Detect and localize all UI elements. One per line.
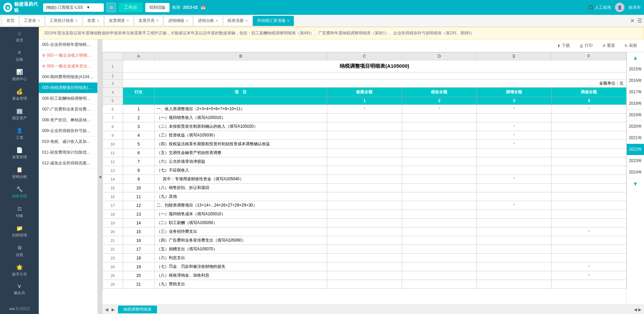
header-seq: 行次 xyxy=(123,88,154,97)
sub-header-2: 2 xyxy=(402,97,477,105)
header-c1: 账载全额 xyxy=(327,88,402,97)
sidebar-item-assets[interactable]: 🏢 固定资产 xyxy=(0,104,39,124)
year-scroll-up[interactable]: ▲ xyxy=(627,52,644,64)
tab-check[interactable]: 进销稽核 ✕ xyxy=(164,16,193,26)
finance-icon: 💰 xyxy=(16,88,23,95)
tab-invoice-open[interactable]: 发票开具 ✕ xyxy=(134,16,163,26)
scroll-right-icon[interactable]: ▶ xyxy=(638,307,641,312)
refresh-button[interactable]: ↻ 刷新 xyxy=(622,41,640,50)
tab-payroll[interactable]: 工资表 ✕ xyxy=(20,16,44,26)
year-2017[interactable]: 2017年 xyxy=(627,87,644,98)
error-icon-002: ⊘ xyxy=(42,53,45,58)
tab-invoice-close[interactable]: ✕ xyxy=(97,19,99,23)
tab-invoice-calc[interactable]: 发票测算 ✕ xyxy=(104,16,133,26)
tab-invoice[interactable]: 发票 ✕ xyxy=(83,16,104,26)
sidebar-item-report[interactable]: 📊 报表中心 xyxy=(0,65,39,85)
tab-tax-annual-close[interactable]: ✕ xyxy=(287,19,289,23)
tab-tax-annual[interactable]: 所得税汇算清缴 ✕ xyxy=(253,16,294,26)
row-5-num: 5 xyxy=(103,97,123,105)
row-2-num: 2 xyxy=(103,72,123,80)
col-F: F xyxy=(551,53,626,60)
pin-toggle[interactable]: ◀◀ 取消固定 xyxy=(0,304,39,314)
sidebar-label-finance: 资金管理 xyxy=(12,96,27,101)
sidebar-item-finance[interactable]: 💰 资金管理 xyxy=(0,85,39,104)
sidebar-item-ledger-main[interactable]: ≡ 总账 xyxy=(0,46,39,65)
tab-tax-list[interactable]: 税表清册 ✕ xyxy=(223,16,252,26)
tab-tax-list-label: 税表清册 xyxy=(227,18,244,24)
year-2021[interactable]: 2021年 xyxy=(627,132,644,144)
nav-item-006[interactable]: 006-职工薪酬纳税调整明细... xyxy=(39,93,97,104)
scroll-left-icon[interactable]: ◀ xyxy=(634,307,637,312)
year-2023[interactable]: 2023年 xyxy=(627,155,644,167)
main-content: ⬇ 下载 🖨 打印 ↺ 重置 ↻ 刷新 xyxy=(102,39,644,314)
sub-header-4: 4 xyxy=(551,97,626,105)
close-all-icon[interactable]: ✕ xyxy=(630,18,635,24)
sidebar-item-guide[interactable]: 🌟 新手引导 xyxy=(0,261,39,280)
spreadsheet: A B C D E F 1 纳税调整项目明细表 xyxy=(102,52,626,289)
nav-item-011[interactable]: 011-研发费用加计扣除优惠... xyxy=(39,147,97,158)
print-button[interactable]: 🖨 打印 xyxy=(577,41,595,50)
col-E: E xyxy=(477,53,551,60)
user-avatar[interactable]: 👤 xyxy=(615,3,624,12)
nav-item-008[interactable]: 008-资产折旧、摊销及纳税... xyxy=(39,115,97,126)
year-2019[interactable]: 2019年 xyxy=(627,109,644,121)
tab-tax-list-close[interactable]: ✕ xyxy=(245,19,248,23)
tab-invoice-calc-close[interactable]: ✕ xyxy=(126,19,129,23)
sidebar-item-home[interactable]: ⌂ 首页 xyxy=(0,27,39,46)
next-sheet-btn[interactable]: ▶ xyxy=(112,307,115,312)
close-books-icon: ⚖ xyxy=(17,206,22,212)
nav-item-001[interactable]: 001-企业所得税年度纳税申... xyxy=(39,39,97,50)
workbench-button[interactable]: 工作台 xyxy=(119,3,143,12)
sidebar-item-close[interactable]: ⚖ 结账 xyxy=(0,202,39,222)
nav-item-005[interactable]: 005-纳税调整项目明细表(A1... xyxy=(39,83,97,93)
sidebar-item-sales-ledger[interactable]: 📋 进销台账 xyxy=(0,163,39,183)
period-label: 账期 xyxy=(172,5,180,10)
sidebar-item-payroll[interactable]: 👤 工资 xyxy=(0,124,39,144)
year-2018[interactable]: 2018年 xyxy=(627,98,644,109)
calendar-icon[interactable]: 📅 xyxy=(201,5,206,10)
nav-item-002[interactable]: ⊘002-一般企业收入明细表(A1... xyxy=(39,50,97,61)
table-container[interactable]: A B C D E F 1 纳税调整项目明细表 xyxy=(102,52,626,305)
tab-ledger-close[interactable]: ✕ xyxy=(215,19,218,23)
tab-check-close[interactable]: ✕ xyxy=(186,19,188,23)
old-version-button[interactable]: 切到旧版 xyxy=(145,3,170,12)
year-2020[interactable]: 2020年 xyxy=(627,121,644,132)
tab-invoice-open-close[interactable]: ✕ xyxy=(156,19,159,23)
nav-item-004[interactable]: 004-期间费用明细表(A1040... xyxy=(39,72,97,83)
sidebar-item-archive[interactable]: 📁 归档管理 xyxy=(0,222,39,241)
copy-button[interactable]: ⧉ xyxy=(106,3,116,12)
nav-item-012[interactable]: 012-减免企业所得税优惠明细... xyxy=(39,158,97,169)
tab-payroll-close[interactable]: ✕ xyxy=(37,19,40,23)
reset-button[interactable]: ↺ 重置 xyxy=(600,41,618,50)
row-3-num: 3 xyxy=(103,80,123,88)
year-2024[interactable]: 2024年 xyxy=(627,167,644,178)
year-scroll-down[interactable]: ▼ xyxy=(627,178,644,190)
tab-payroll-stat-close[interactable]: ✕ xyxy=(75,19,78,23)
collapse-handle[interactable]: ◀ xyxy=(98,39,102,314)
main-area: ⌂ 首页 ≡ 总账 📊 报表中心 💰 资金管理 🏢 固定资产 👤 工资 xyxy=(0,27,644,314)
year-2022[interactable]: 2022年 xyxy=(627,144,644,155)
nav-item-009[interactable]: 009-企业所得税弥补亏损明... xyxy=(39,126,97,136)
nav-item-007[interactable]: 007-广告费和业务宣传费时... xyxy=(39,104,97,115)
tab-menu-icon[interactable]: ☰ xyxy=(637,18,642,24)
download-button[interactable]: ⬇ 下载 xyxy=(554,41,573,50)
sidebar-item-invoice-mgmt[interactable]: 📄 发票管理 xyxy=(0,144,39,163)
tab-payroll-stat[interactable]: 工资统计报表 ✕ xyxy=(45,16,82,26)
col-header-row: A B C D E F xyxy=(103,53,626,60)
consult-button[interactable]: 🎧 人工咨询 xyxy=(588,5,611,10)
year-2016[interactable]: 2016年 xyxy=(627,75,644,87)
company-selector[interactable]: (物副) 江西殷宝-LSS ▼ xyxy=(43,3,104,12)
table-row: 25 20 （八）税收滞纳金、加收利息 * xyxy=(103,271,626,280)
tab-home[interactable]: 首页 xyxy=(2,16,19,26)
year-2015[interactable]: 2015年 xyxy=(627,64,644,75)
bottom-sheet-tab[interactable]: 纳税调整明细表 xyxy=(118,306,157,313)
sidebar-item-tax-mgmt[interactable]: 🔧 税务管理 xyxy=(0,183,39,202)
archive-icon: 📁 xyxy=(16,225,23,231)
nav-item-010[interactable]: 010-免税、减计收入及加计... xyxy=(39,136,97,147)
tab-ledger[interactable]: 进销台账 ✕ xyxy=(193,16,222,26)
report-icon: 📊 xyxy=(16,69,23,75)
prev-sheet-btn[interactable]: ◀ xyxy=(105,307,108,312)
nav-item-003[interactable]: ⊘003-一般企业成本支出明细... xyxy=(39,61,97,72)
sidebar-item-settings[interactable]: ⚙ 设置 xyxy=(0,241,39,261)
sidebar-item-vip[interactable]: V 畅会员 xyxy=(0,280,39,299)
